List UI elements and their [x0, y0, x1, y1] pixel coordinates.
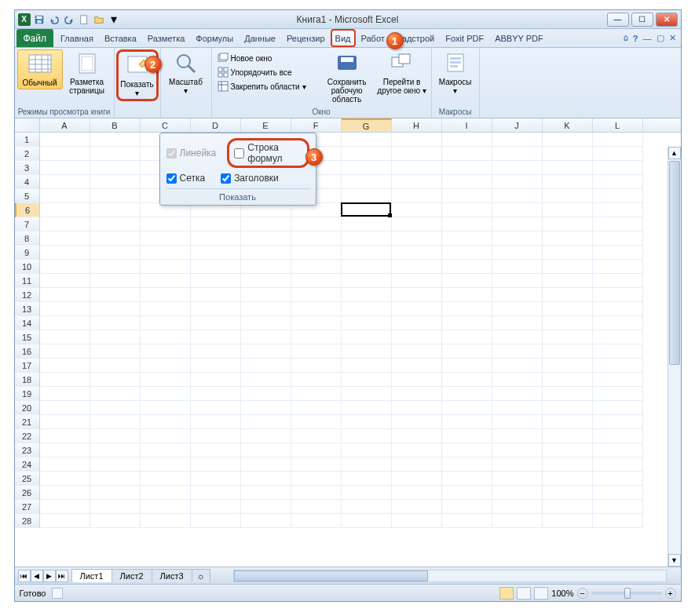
cell[interactable] [492, 457, 543, 472]
cell[interactable] [241, 514, 291, 528]
cell[interactable] [593, 500, 643, 514]
cell[interactable] [392, 161, 442, 175]
col-header[interactable]: D [191, 118, 241, 132]
cell[interactable] [543, 175, 593, 189]
cell[interactable] [442, 373, 492, 387]
cell[interactable] [191, 231, 241, 246]
cell[interactable] [492, 316, 543, 330]
cell[interactable] [90, 457, 141, 472]
scroll-up-icon[interactable]: ▲ [668, 147, 681, 159]
cell[interactable] [291, 373, 342, 387]
cell[interactable] [40, 387, 90, 401]
open-icon[interactable] [92, 13, 106, 27]
cell[interactable] [593, 443, 643, 457]
cell[interactable] [40, 429, 90, 443]
cell[interactable] [90, 514, 141, 528]
cell[interactable] [593, 330, 643, 344]
cell[interactable] [392, 147, 442, 161]
cell[interactable] [593, 288, 643, 302]
cell[interactable] [342, 231, 392, 246]
cell[interactable] [40, 373, 90, 387]
cell[interactable] [392, 203, 442, 217]
cell[interactable] [141, 500, 191, 514]
row-header[interactable]: 24 [15, 457, 40, 472]
cell[interactable] [543, 274, 593, 288]
cell[interactable] [342, 415, 392, 429]
cell[interactable] [241, 373, 291, 387]
cell[interactable] [492, 373, 543, 387]
cell[interactable] [40, 472, 90, 486]
cell[interactable] [492, 175, 543, 189]
cell[interactable] [90, 443, 141, 457]
zoom-in-button[interactable]: + [665, 588, 676, 599]
cell[interactable] [141, 344, 191, 359]
cell[interactable] [342, 133, 392, 147]
cell[interactable] [593, 401, 643, 415]
cell[interactable] [442, 133, 492, 147]
cell[interactable] [291, 316, 342, 330]
cell[interactable] [141, 429, 191, 443]
cell[interactable] [392, 274, 442, 288]
cell[interactable] [90, 429, 141, 443]
cell[interactable] [593, 472, 643, 486]
view-layout-icon[interactable] [517, 587, 531, 600]
cell[interactable] [543, 415, 593, 429]
cell[interactable] [442, 217, 492, 231]
cell[interactable] [191, 472, 241, 486]
cell[interactable] [40, 133, 90, 147]
col-header[interactable]: E [241, 118, 291, 132]
cell[interactable] [291, 231, 342, 246]
cell[interactable] [442, 514, 492, 528]
cell[interactable] [492, 415, 543, 429]
cell[interactable] [342, 330, 392, 344]
cell[interactable] [392, 373, 442, 387]
zoom-out-button[interactable]: − [577, 588, 588, 599]
cell[interactable] [342, 472, 392, 486]
cell[interactable] [141, 288, 191, 302]
cell[interactable] [593, 147, 643, 161]
cell[interactable] [40, 457, 90, 472]
cell[interactable] [291, 344, 342, 359]
cell[interactable] [392, 387, 442, 401]
row-header[interactable]: 28 [15, 514, 40, 528]
row-header[interactable]: 22 [15, 429, 40, 443]
cell[interactable] [90, 500, 141, 514]
cell[interactable] [342, 429, 392, 443]
cell[interactable] [442, 457, 492, 472]
cell[interactable] [241, 443, 291, 457]
row-header[interactable]: 13 [15, 302, 40, 316]
headings-checkbox[interactable]: Заголовки [221, 173, 279, 184]
cell[interactable] [241, 288, 291, 302]
doc-min-icon[interactable]: — [643, 34, 652, 43]
cell[interactable] [40, 486, 90, 500]
tab-home[interactable]: Главная [55, 29, 99, 47]
cell[interactable] [593, 514, 643, 528]
zoom-slider-thumb[interactable] [624, 588, 631, 599]
cell[interactable] [543, 161, 593, 175]
cell[interactable] [392, 429, 442, 443]
cell[interactable] [241, 457, 291, 472]
cell[interactable] [342, 500, 392, 514]
row-header[interactable]: 27 [15, 500, 40, 514]
cell[interactable] [191, 486, 241, 500]
new-window-button[interactable]: Новое окно [214, 51, 309, 65]
cell[interactable] [141, 217, 191, 231]
cell[interactable] [90, 472, 141, 486]
cell[interactable] [593, 133, 643, 147]
cell[interactable] [543, 429, 593, 443]
cell[interactable] [90, 302, 141, 316]
cell[interactable] [442, 231, 492, 246]
cell[interactable] [342, 274, 392, 288]
cell[interactable] [40, 288, 90, 302]
sheet-last-icon[interactable]: ⏭ [56, 570, 68, 582]
cell[interactable] [40, 246, 90, 260]
row-header[interactable]: 7 [15, 217, 40, 231]
cell[interactable] [492, 231, 543, 246]
cell[interactable] [40, 203, 90, 217]
cell[interactable] [90, 330, 141, 344]
cell[interactable] [40, 189, 90, 203]
cell[interactable] [593, 359, 643, 373]
cell[interactable] [342, 260, 392, 274]
cell[interactable] [141, 260, 191, 274]
cell[interactable] [40, 161, 90, 175]
